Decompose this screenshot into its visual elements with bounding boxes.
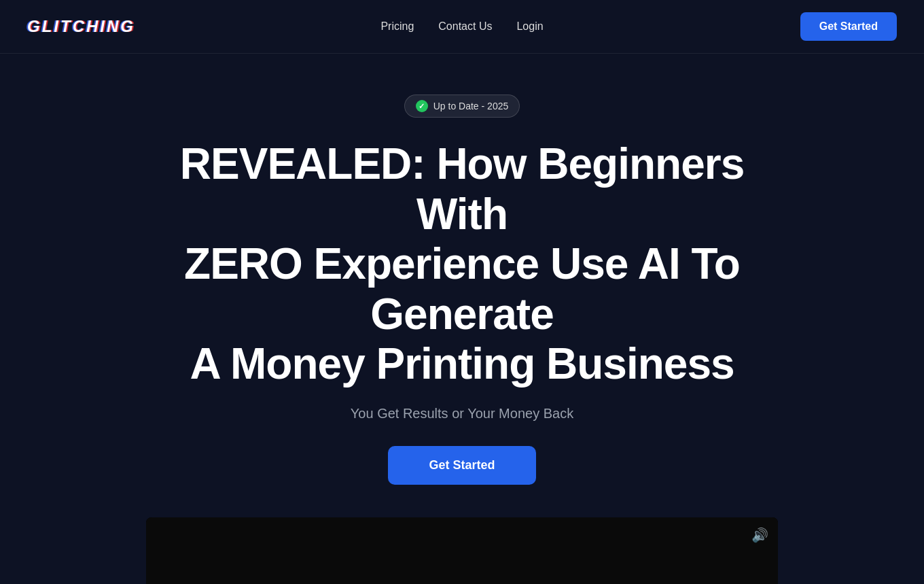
nav-pricing[interactable]: Pricing (380, 20, 414, 33)
logo-container: GLITCHING (27, 17, 135, 36)
nav-login[interactable]: Login (516, 20, 543, 33)
hero-get-started-button[interactable]: Get Started (388, 446, 535, 485)
hero-section: Up to Date - 2025 REVEALED: How Beginner… (0, 54, 924, 584)
headline-line2: ZERO Experience Use AI To Generate (184, 239, 740, 339)
logo: GLITCHING (27, 17, 135, 36)
check-icon (416, 100, 428, 112)
headline-line1: REVEALED: How Beginners With (180, 139, 744, 239)
navbar-get-started-button[interactable]: Get Started (800, 12, 897, 41)
badge: Up to Date - 2025 (404, 95, 520, 118)
hero-subheadline: You Get Results or Your Money Back (351, 406, 573, 422)
navbar-cta: Get Started (800, 12, 897, 41)
hero-headline: REVEALED: How Beginners With ZERO Experi… (156, 139, 768, 390)
nav-contact[interactable]: Contact Us (438, 20, 492, 33)
navbar: GLITCHING Pricing Contact Us Login Get S… (0, 0, 924, 54)
mute-icon[interactable]: 🔊 (751, 527, 768, 543)
headline-line3: A Money Printing Business (190, 339, 734, 388)
badge-text: Up to Date - 2025 (433, 101, 509, 111)
nav-links: Pricing Contact Us Login (380, 20, 543, 33)
video-inner: 🔊 (146, 517, 778, 584)
video-container: 🔊 (146, 517, 778, 584)
